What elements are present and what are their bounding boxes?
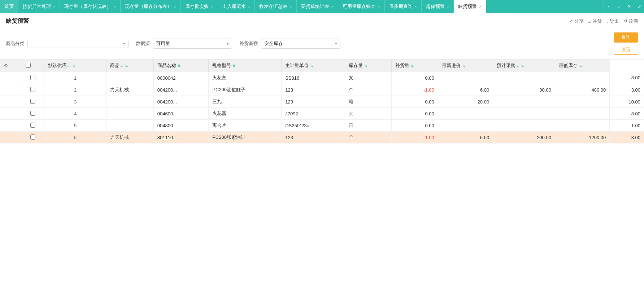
row-checkbox-cell: [22, 108, 44, 120]
replenish-base-filter-group: 补货基数 安全库存 ▾: [239, 39, 340, 49]
row-checkbox[interactable]: [30, 75, 35, 80]
row-unit: 个: [345, 84, 391, 96]
tab-bar: 首页 拣货异常处理 × 现存量（库存状况表） × 现存量（库存分布表） × 库存…: [0, 0, 644, 13]
row-replenish-qty: [438, 72, 493, 84]
close-tab-in-out-flow[interactable]: ×: [248, 4, 250, 9]
row-checkbox-cell: [22, 96, 44, 108]
tab-order-stat[interactable]: 要货单统计表 ×: [297, 0, 338, 13]
tab-batch-account[interactable]: 库存批次账 ×: [181, 0, 218, 13]
datasource-select[interactable]: 可用量 ▾: [153, 39, 232, 49]
close-tab-available-ledger[interactable]: ×: [378, 4, 380, 9]
table-container: ⚙ 默认供应... ⇅ 商品... ⇅: [0, 59, 644, 144]
row-stock: -1.00: [391, 132, 438, 144]
sort-replenish-icon[interactable]: ⇅: [411, 64, 414, 68]
close-tab-inventory-status[interactable]: ×: [113, 4, 116, 9]
refresh-button[interactable]: ↺ 刷新: [623, 18, 638, 25]
th-checkbox: [22, 59, 44, 72]
sort-supplier-icon[interactable]: ⇅: [72, 64, 75, 68]
close-tab-order-stat[interactable]: ×: [331, 4, 334, 9]
row-est-purchase: [555, 72, 609, 84]
close-tab-recv-summary[interactable]: ×: [290, 4, 292, 9]
share-button[interactable]: ↗ 分享: [569, 18, 584, 25]
shortage-table: ⚙ 默认供应... ⇅ 商品... ⇅: [0, 59, 644, 144]
row-product-code: 0000042: [153, 72, 208, 84]
row-product-name: 三九: [209, 96, 282, 108]
close-tab-stock-anomaly[interactable]: ×: [53, 4, 55, 9]
row-unit: 只: [345, 120, 391, 132]
row-est-purchase: [555, 96, 609, 108]
row-latest-price: [493, 72, 555, 84]
replenish-icon: □: [588, 18, 591, 24]
row-checkbox-cell: [22, 132, 44, 144]
row-spec: 123: [282, 96, 345, 108]
export-button[interactable]: ↓ 导出: [606, 18, 619, 25]
row-spec: DS250*23c...: [282, 120, 345, 132]
tab-inventory-dist[interactable]: 现存量（库存分布表） ×: [121, 0, 181, 13]
maximize-window[interactable]: ⤢: [634, 0, 644, 13]
th-est-purchase: 预计采购... ⇅: [493, 59, 555, 72]
tab-recv-summary[interactable]: 收发存汇总表 ×: [255, 0, 296, 13]
settings-button[interactable]: 设置: [614, 45, 638, 55]
replenish-base-label: 补货基数: [239, 40, 258, 47]
row-checkbox-cell: [22, 120, 44, 132]
row-gear-cell: [0, 108, 22, 120]
page-title: 缺货预警: [6, 17, 29, 25]
replenish-base-select[interactable]: 安全库存 ▾: [261, 39, 340, 49]
sort-est-icon[interactable]: ⇅: [521, 64, 524, 68]
tab-in-out-flow[interactable]: 出入库流水 ×: [218, 0, 255, 13]
row-min-stock: 3.00: [610, 84, 644, 96]
row-checkbox[interactable]: [30, 134, 35, 140]
close-tab-inventory-dist[interactable]: ×: [174, 4, 176, 9]
close-tab-overstock-warn[interactable]: ×: [447, 4, 449, 9]
tab-scroll-right[interactable]: ›: [614, 0, 624, 13]
close-tab-shortage-warn[interactable]: ×: [479, 4, 481, 9]
tab-home[interactable]: 首页: [0, 0, 18, 13]
replenish-base-value: 安全库存: [264, 40, 283, 47]
tab-inventory-status[interactable]: 现存量（库存状况表） ×: [60, 0, 120, 13]
sort-price-icon[interactable]: ⇅: [462, 64, 465, 68]
refresh-icon: ↺: [623, 18, 627, 24]
th-gear: ⚙: [0, 59, 22, 72]
close-tab-expiry-query[interactable]: ×: [415, 4, 417, 9]
row-replenish-qty: [438, 120, 493, 132]
tab-available-ledger[interactable]: 可用量库存账本 ×: [338, 0, 384, 13]
category-select[interactable]: ▾: [27, 40, 129, 48]
row-product-name: 离合片: [209, 120, 282, 132]
table-row: 6 力天机械 801110... PC200张紧油缸 123 个 -1.00 6…: [0, 132, 644, 144]
query-button[interactable]: 查询: [614, 32, 638, 43]
row-est-purchase: [555, 120, 609, 132]
tab-expiry-query[interactable]: 保质期查询 ×: [385, 0, 422, 13]
sort-name-icon[interactable]: ⇅: [178, 64, 180, 68]
row-supplier: [106, 108, 154, 120]
th-product-code: 商品... ⇅: [106, 59, 154, 72]
row-unit: 支: [345, 72, 391, 84]
tab-scroll-left[interactable]: ‹: [604, 0, 614, 13]
replenish-base-chevron-icon: ▾: [335, 41, 337, 46]
row-checkbox[interactable]: [30, 111, 35, 116]
export-icon: ↓: [606, 18, 609, 24]
select-all-checkbox[interactable]: [26, 63, 31, 68]
row-supplier: [106, 96, 154, 108]
gear-icon[interactable]: ⚙: [4, 63, 8, 69]
row-checkbox[interactable]: [30, 87, 35, 92]
sort-min-icon[interactable]: ⇅: [579, 64, 582, 68]
tab-overstock-warn[interactable]: 超储预警 ×: [422, 0, 454, 13]
row-min-stock: 1.00: [610, 120, 644, 132]
tab-shortage-warn[interactable]: 缺货预警 ×: [454, 0, 486, 13]
tab-stock-anomaly[interactable]: 拣货异常处理 ×: [18, 0, 60, 13]
close-tab-batch-account[interactable]: ×: [211, 4, 213, 9]
row-min-stock: 10.00: [610, 96, 644, 108]
row-unit: 箱: [345, 96, 391, 108]
row-gear-cell: [0, 132, 22, 144]
row-stock: 0.00: [391, 120, 438, 132]
sort-spec-icon[interactable]: ⇅: [232, 64, 235, 68]
sort-stock-icon[interactable]: ⇅: [364, 64, 367, 68]
sort-unit-icon[interactable]: ⇅: [310, 64, 313, 68]
table-row: 1 0000042 火花塞 SS816 支 0.00 8.00: [0, 72, 644, 84]
close-all-tabs[interactable]: ✕: [624, 0, 634, 13]
row-checkbox[interactable]: [30, 123, 35, 128]
replenish-button[interactable]: □ 补货: [588, 18, 602, 25]
row-supplier: [106, 72, 154, 84]
row-checkbox[interactable]: [30, 99, 35, 104]
sort-code-icon[interactable]: ⇅: [125, 64, 128, 68]
